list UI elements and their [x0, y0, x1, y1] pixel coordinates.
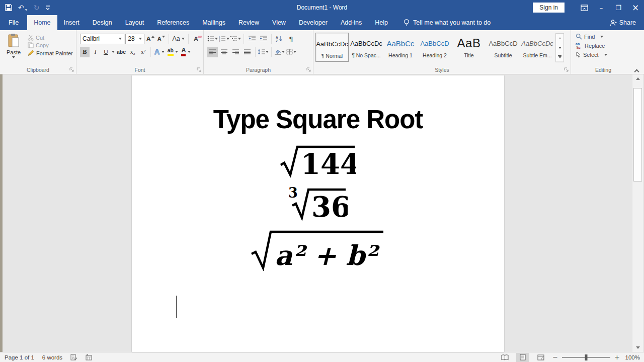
undo-icon: ↶: [18, 4, 24, 11]
copy-button[interactable]: Copy: [28, 42, 73, 48]
styles-dialog-launcher-icon[interactable]: [564, 67, 569, 72]
font-name-dropdown-icon[interactable]: [119, 38, 122, 40]
tab-design[interactable]: Design: [86, 15, 119, 30]
find-button[interactable]: Find: [576, 33, 634, 40]
print-layout-button[interactable]: [516, 353, 529, 362]
shrink-font-button[interactable]: A: [156, 34, 166, 44]
paste-button[interactable]: Paste: [2, 32, 26, 66]
vertical-scrollbar[interactable]: [632, 74, 643, 352]
zoom-slider-thumb[interactable]: [585, 354, 588, 360]
tab-file[interactable]: File: [0, 15, 27, 30]
underline-button[interactable]: U: [101, 47, 111, 57]
document-page[interactable]: Type Square Root 144 3 36: [132, 75, 504, 352]
font-color-button[interactable]: A: [180, 47, 192, 57]
grow-font-button[interactable]: A: [145, 34, 155, 44]
collapse-ribbon-button[interactable]: [635, 68, 640, 72]
scroll-down-button[interactable]: [632, 343, 643, 352]
word-count-status[interactable]: 6 words: [42, 354, 62, 360]
style-heading-2[interactable]: AaBbCcD Heading 2: [418, 33, 451, 62]
superscript-button[interactable]: x²: [138, 47, 148, 57]
style-subtle-emphasis[interactable]: AaBbCcDc Subtle Em...: [521, 33, 554, 62]
style-subtitle[interactable]: AaBbCcD Subtitle: [487, 33, 520, 62]
tell-me-box[interactable]: Tell me what you want to do: [404, 15, 491, 30]
sign-in-button[interactable]: Sign in: [533, 3, 565, 13]
format-painter-button[interactable]: Format Painter: [28, 50, 73, 56]
bold-button[interactable]: B: [80, 47, 90, 57]
web-layout-button[interactable]: [534, 353, 547, 362]
line-spacing-button[interactable]: [258, 47, 269, 57]
cut-button[interactable]: Cut: [28, 35, 73, 41]
clipboard-dialog-launcher-icon[interactable]: [69, 67, 74, 72]
styles-gallery-down-button[interactable]: [556, 43, 564, 53]
editing-group-label: Editing: [571, 67, 635, 73]
tab-mailings[interactable]: Mailings: [196, 15, 232, 30]
shading-button[interactable]: [274, 47, 285, 57]
tab-layout[interactable]: Layout: [119, 15, 151, 30]
equation-sqrt-144: 144: [280, 144, 356, 177]
text-effects-button[interactable]: A: [153, 47, 166, 57]
zoom-slider[interactable]: [562, 357, 610, 358]
zoom-out-button[interactable]: −: [552, 353, 558, 361]
styles-gallery-up-button[interactable]: [556, 34, 564, 43]
share-button[interactable]: Share: [610, 15, 644, 30]
proofing-status-icon[interactable]: [70, 354, 77, 361]
tab-developer[interactable]: Developer: [292, 15, 334, 30]
tab-review[interactable]: Review: [232, 15, 266, 30]
clear-formatting-button[interactable]: A: [191, 34, 201, 44]
customize-qat-icon[interactable]: [45, 5, 50, 11]
tab-add-ins[interactable]: Add-ins: [334, 15, 368, 30]
undo-dropdown-icon[interactable]: [25, 9, 27, 11]
style-normal[interactable]: AaBbCcDc ¶ Normal: [315, 33, 349, 62]
restore-button[interactable]: ❐: [610, 0, 627, 15]
borders-button[interactable]: [286, 47, 296, 57]
show-formatting-marks-button[interactable]: ¶: [286, 34, 296, 44]
decrease-indent-button[interactable]: [247, 34, 257, 44]
minimize-button[interactable]: –: [593, 0, 610, 15]
macro-recording-icon[interactable]: [86, 354, 93, 360]
increase-indent-button[interactable]: [258, 34, 269, 44]
align-center-button[interactable]: [219, 47, 229, 57]
tab-help[interactable]: Help: [368, 15, 394, 30]
style-title[interactable]: AaB Title: [452, 33, 486, 62]
change-case-button[interactable]: Aa: [172, 34, 186, 44]
font-name-combobox[interactable]: Calibri: [80, 34, 124, 44]
style-no-spacing[interactable]: AaBbCcDc ¶ No Spac...: [350, 33, 383, 62]
style-heading-1[interactable]: AaBbCc Heading 1: [384, 33, 417, 62]
page-count-status[interactable]: Page 1 of 1: [5, 354, 34, 360]
read-mode-button[interactable]: [498, 353, 511, 362]
undo-button[interactable]: ↶: [18, 4, 28, 11]
font-size-combobox[interactable]: 28: [125, 34, 144, 44]
multilevel-list-button[interactable]: [230, 34, 241, 44]
clipboard-group-label: Clipboard: [0, 67, 76, 73]
font-dialog-launcher-icon[interactable]: [197, 67, 202, 72]
tab-insert[interactable]: Insert: [57, 15, 86, 30]
scrollbar-thumb[interactable]: [633, 88, 642, 182]
zoom-in-button[interactable]: +: [614, 353, 620, 361]
replace-button[interactable]: abac Replace: [576, 42, 634, 49]
paragraph-dialog-launcher-icon[interactable]: [306, 67, 311, 72]
align-left-button[interactable]: [207, 47, 218, 57]
tab-home[interactable]: Home: [27, 15, 57, 30]
styles-gallery-more-button[interactable]: [556, 52, 564, 62]
subscript-button[interactable]: x₂: [128, 47, 137, 57]
redo-icon[interactable]: ↻: [34, 4, 40, 11]
tab-view[interactable]: View: [266, 15, 292, 30]
select-button[interactable]: Select: [576, 51, 634, 58]
strikethrough-button[interactable]: abc: [116, 47, 127, 57]
bullets-button[interactable]: [207, 34, 218, 44]
italic-button[interactable]: I: [91, 47, 100, 57]
save-icon[interactable]: [5, 4, 12, 11]
zoom-level-value[interactable]: 100%: [624, 354, 640, 360]
ribbon-display-options-icon[interactable]: [576, 0, 593, 15]
sort-button[interactable]: AZ: [274, 34, 285, 44]
paste-dropdown-icon[interactable]: [12, 56, 15, 58]
font-size-dropdown-icon[interactable]: [139, 38, 142, 40]
tab-references[interactable]: References: [150, 15, 196, 30]
highlight-button[interactable]: ab: [167, 47, 180, 57]
scroll-up-button[interactable]: [632, 74, 643, 83]
close-button[interactable]: ×: [627, 0, 644, 15]
numbering-button[interactable]: 123: [219, 34, 229, 44]
justify-button[interactable]: [242, 47, 253, 57]
underline-dropdown-icon[interactable]: [112, 51, 115, 53]
align-right-button[interactable]: [230, 47, 241, 57]
